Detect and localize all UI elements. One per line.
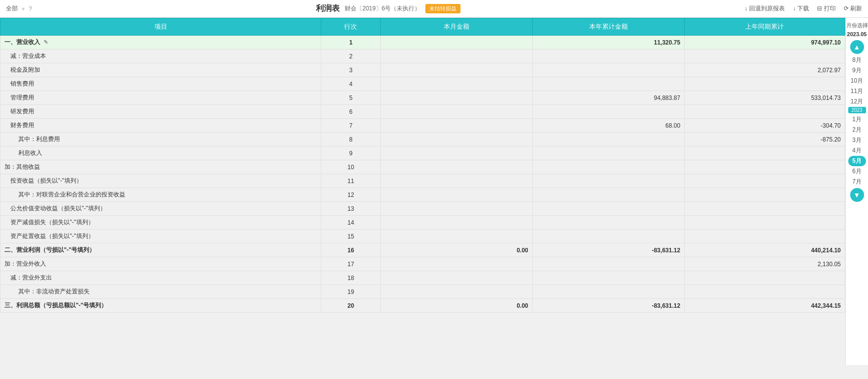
cell-month <box>380 216 532 230</box>
cell-prev <box>684 285 845 299</box>
cell-prev <box>684 188 845 202</box>
table-row: 管理费用594,883.87533,014.73 <box>0 91 845 105</box>
cell-year <box>532 230 684 243</box>
cell-prev <box>684 230 845 243</box>
main-layout: 项目 行次 本月金额 本年累计金额 上年同期累计 一、营业收入 ✎111,320… <box>0 18 868 365</box>
month-list: 8月9月10月11月12月20231月2月3月4月5月6月7月 <box>848 55 866 187</box>
cell-item: 减：营业外支出 <box>0 271 321 285</box>
cell-year <box>532 77 684 91</box>
cell-month <box>380 105 532 119</box>
cell-item: 研发费用 <box>0 105 321 119</box>
cell-year <box>532 133 684 146</box>
cell-year <box>532 271 684 285</box>
cell-year: 68.00 <box>532 119 684 133</box>
cell-item: 销售费用 <box>0 77 321 91</box>
cell-month: 0.00 <box>380 243 532 257</box>
back-button[interactable]: ↓ 回退到原报表 <box>745 4 785 13</box>
month-item[interactable]: 8月 <box>848 55 866 65</box>
table-row: 加：营业外收入172,130.05 <box>0 257 845 271</box>
cell-month <box>380 63 532 77</box>
month-item[interactable]: 5月 <box>848 156 866 166</box>
month-item[interactable]: 10月 <box>848 76 866 86</box>
cell-year: -83,631.12 <box>532 243 684 257</box>
cell-prev: 2,130.05 <box>684 257 845 271</box>
toolbar: ↓ 回退到原报表 ↓ 下载 ⊟ 打印 ⟳ 刷新 <box>745 4 862 13</box>
table-row: 公允价值变动收益（损失以"-"填列）13 <box>0 202 845 216</box>
cell-item: 投资收益（损失以"-"填列） <box>0 174 321 188</box>
cell-month <box>380 202 532 216</box>
month-item[interactable]: 1月 <box>848 114 866 125</box>
cell-year <box>532 105 684 119</box>
cell-year <box>532 285 684 299</box>
status-badge[interactable]: 未结转损益 <box>425 4 460 13</box>
cell-month <box>380 119 532 133</box>
cell-item: 二、营业利润（亏损以"-"号填列） <box>0 243 321 257</box>
cell-year <box>532 63 684 77</box>
cell-prev: 2,072.97 <box>684 63 845 77</box>
cell-item: 加：其他收益 <box>0 160 321 174</box>
month-item[interactable]: 12月 <box>848 96 866 107</box>
cell-year <box>532 202 684 216</box>
month-item[interactable]: 7月 <box>848 177 866 187</box>
table-header-row: 项目 行次 本月金额 本年累计金额 上年同期累计 <box>0 18 845 36</box>
month-item[interactable]: 9月 <box>848 65 866 76</box>
month-item[interactable]: 11月 <box>848 86 866 96</box>
print-button[interactable]: ⊟ 打印 <box>817 4 835 13</box>
cell-year: 94,883.87 <box>532 91 684 105</box>
cell-prev <box>684 174 845 188</box>
cell-month <box>380 91 532 105</box>
cell-month <box>380 146 532 160</box>
month-item[interactable]: 3月 <box>848 135 866 145</box>
cell-row-num: 7 <box>321 119 380 133</box>
cell-month <box>380 271 532 285</box>
cell-item: 利息收入 <box>0 146 321 160</box>
cell-item: 其中：非流动资产处置损失 <box>0 285 321 299</box>
sidebar-year: 2023.05 <box>847 31 867 37</box>
sidebar-label: 月份选择 <box>846 22 868 29</box>
help-icon[interactable]: ? <box>29 5 32 12</box>
cell-prev: 440,214.10 <box>684 243 845 257</box>
cell-prev <box>684 202 845 216</box>
col-header-year: 本年累计金额 <box>532 18 684 36</box>
report-table: 项目 行次 本月金额 本年累计金额 上年同期累计 一、营业收入 ✎111,320… <box>0 18 845 313</box>
table-row: 其中：非流动资产处置损失19 <box>0 285 845 299</box>
col-header-month: 本月金额 <box>380 18 532 36</box>
cell-item: 一、营业收入 ✎ <box>0 36 321 49</box>
col-header-prev: 上年同期累计 <box>684 18 845 36</box>
breadcrumb-sep: ▾ <box>22 5 25 12</box>
cell-prev: -875.20 <box>684 133 845 146</box>
month-item[interactable]: 4月 <box>848 145 866 156</box>
cell-item: 财务费用 <box>0 119 321 133</box>
cell-month <box>380 77 532 91</box>
cell-month <box>380 188 532 202</box>
month-item[interactable]: 2月 <box>848 125 866 135</box>
month-nav-up[interactable]: ▲ <box>850 40 864 54</box>
breadcrumb-all[interactable]: 全部 <box>6 4 18 13</box>
table-row: 三、利润总额（亏损总额以"-"号填列）200.00-83,631.12442,3… <box>0 299 845 313</box>
cell-year <box>532 257 684 271</box>
table-row: 加：其他收益10 <box>0 160 845 174</box>
cell-month <box>380 174 532 188</box>
cell-month <box>380 285 532 299</box>
edit-icon[interactable]: ✎ <box>42 39 48 45</box>
cell-prev <box>684 271 845 285</box>
cell-row-num: 19 <box>321 285 380 299</box>
table-row: 税金及附加32,072.97 <box>0 63 845 77</box>
cell-month <box>380 257 532 271</box>
table-row: 资产减值损失（损失以"-"填列）14 <box>0 216 845 230</box>
cell-row-num: 18 <box>321 271 380 285</box>
cell-row-num: 6 <box>321 105 380 119</box>
cell-year: 11,320.75 <box>532 36 684 49</box>
download-button[interactable]: ↓ 下载 <box>793 4 809 13</box>
cell-row-num: 5 <box>321 91 380 105</box>
refresh-button[interactable]: ⟳ 刷新 <box>844 4 862 13</box>
table-row: 减：营业成本2 <box>0 49 845 63</box>
cell-row-num: 20 <box>321 299 380 313</box>
cell-month <box>380 49 532 63</box>
month-item[interactable]: 2023 <box>848 107 866 113</box>
month-nav-down[interactable]: ▼ <box>850 188 864 202</box>
table-row: 研发费用6 <box>0 105 845 119</box>
cell-item: 其中：对联营企业和合营企业的投资收益 <box>0 188 321 202</box>
month-item[interactable]: 6月 <box>848 166 866 177</box>
cell-month <box>380 230 532 243</box>
